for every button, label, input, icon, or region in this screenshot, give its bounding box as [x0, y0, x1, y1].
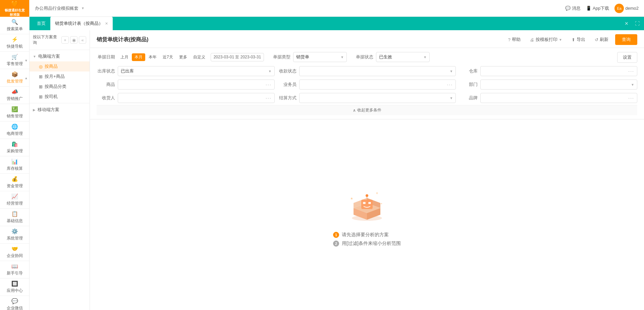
- settlement-select[interactable]: ▼: [299, 93, 456, 103]
- add-scheme-button[interactable]: +: [61, 36, 69, 44]
- chevron-up-icon: ▲: [24, 76, 28, 80]
- empty-tip-1: 1 请先选择要分析的方案: [333, 232, 401, 238]
- sidebar-item-label: 电商管理: [7, 131, 23, 137]
- search-icon: 🔍: [11, 19, 18, 25]
- left-panel-item-by-product[interactable]: ◎ 按商品: [30, 61, 90, 71]
- sidebar-item-shortcuts[interactable]: ⚡ 快捷导航: [0, 34, 29, 52]
- sidebar-item-retail[interactable]: 🛒 零售管理 ▼: [0, 52, 29, 69]
- by-category-icon: ⊞: [39, 84, 43, 89]
- action-buttons: 设置: [617, 52, 637, 63]
- wholesale-icon: 📦: [11, 71, 18, 78]
- sidebar-item-enterprise[interactable]: 🤝 企业协同: [0, 244, 29, 261]
- left-panel-item-by-cashier[interactable]: ⊞ 按司机: [30, 92, 90, 102]
- goods-dots: ···: [266, 82, 272, 87]
- sidebar-item-apps[interactable]: 🔲 应用中心: [0, 278, 29, 296]
- date-tab-more[interactable]: 更多: [176, 53, 190, 61]
- export-button[interactable]: ⬆ 导出: [569, 35, 588, 44]
- sidebar-item-operation[interactable]: 📈 经营管理: [0, 191, 29, 209]
- filter-row-2: 出库状态 已出库 ▼ 收款状态 ▼ 仓库: [97, 66, 637, 76]
- svg-rect-2: [363, 202, 366, 204]
- date-tab-this-month[interactable]: 本月: [132, 53, 145, 61]
- collect-status-arrow: ▼: [449, 69, 453, 73]
- by-category-label: 按商品分类: [45, 84, 66, 90]
- message-button[interactable]: 💬 消息: [565, 5, 581, 11]
- date-tab-last7days[interactable]: 近7天: [160, 53, 176, 61]
- sidebar-item-ecommerce[interactable]: 🌐 电商管理: [0, 121, 29, 139]
- date-tab-this-year[interactable]: 本年: [146, 53, 159, 61]
- doc-status-value: 已生效: [379, 54, 392, 60]
- doc-type-select[interactable]: 销货单 ▼: [293, 52, 347, 62]
- collect-status-select[interactable]: ▼: [299, 66, 456, 76]
- sidebar-item-sales[interactable]: 💹 销售管理: [0, 104, 29, 121]
- doc-status-filter: 单据状态 已生效 ▼: [355, 52, 430, 62]
- doc-type-filter: 单据类型 销货单 ▼: [272, 52, 347, 62]
- dept-select[interactable]: ▼: [480, 80, 637, 90]
- tab-close-icon[interactable]: ✕: [105, 21, 108, 26]
- left-panel-item-by-category[interactable]: ⊞ 按商品分类: [30, 82, 90, 92]
- sidebar-item-basic[interactable]: 📋 基础信息: [0, 209, 29, 226]
- out-status-select[interactable]: 已出库 ▼: [118, 66, 275, 76]
- tabbar-right: ✕ ⛶: [623, 19, 644, 28]
- sidebar-item-newbie[interactable]: 📖 新手引导: [0, 261, 29, 278]
- help-label: 帮助: [512, 37, 521, 43]
- sidebar-item-system[interactable]: ⚙️ 系统管理: [0, 226, 29, 244]
- wechat-icon: 💬: [11, 298, 18, 304]
- refresh-button[interactable]: ↺ 刷新: [592, 35, 611, 44]
- date-label: 单据日期: [97, 54, 115, 60]
- brand-filter: 品牌 ···: [459, 93, 637, 103]
- sidebar-item-search[interactable]: 🔍 搜索菜单: [0, 17, 29, 34]
- sidebar-item-inventory[interactable]: 📊 库存核算: [0, 156, 29, 174]
- salesperson-select[interactable]: ···: [299, 80, 456, 90]
- pc-section-header[interactable]: ▼ 电脑端方案: [30, 51, 90, 61]
- user-profile[interactable]: Ea demo2: [614, 4, 639, 13]
- tab-sales-report[interactable]: 销货单统计表（按商品） ✕: [50, 17, 113, 30]
- tab-home[interactable]: 首页: [32, 17, 50, 30]
- user-label: demo2: [625, 6, 639, 11]
- enterprise-icon: 🤝: [11, 246, 18, 252]
- warehouse-select[interactable]: ···: [480, 66, 637, 76]
- left-panel: 按以下方案查询 + ◉ « ▼ 电脑端方案 ◎ 按商品 ⊞ 按月+商品: [30, 30, 90, 310]
- dept-label: 部门: [459, 82, 478, 88]
- brand-select[interactable]: ···: [480, 93, 637, 103]
- sidebar-item-label: 库存核算: [7, 166, 23, 171]
- left-panel-item-by-month-product[interactable]: ⊞ 按月+商品: [30, 71, 90, 82]
- tab-close-window-button[interactable]: ✕: [623, 19, 631, 28]
- sidebar-item-label: 经营管理: [7, 201, 23, 206]
- newbie-icon: 📖: [11, 263, 18, 269]
- ecommerce-icon: 🌐: [11, 123, 18, 130]
- collapse-button[interactable]: ∧ 收起更多条件: [97, 105, 637, 115]
- date-tab-last-month[interactable]: 上月: [118, 53, 131, 61]
- sidebar-item-label: 销售管理: [7, 113, 23, 119]
- export-label: 导出: [577, 37, 585, 43]
- query-button[interactable]: 查询: [615, 34, 637, 45]
- refresh-scheme-button[interactable]: ◉: [70, 36, 77, 44]
- mobile-section-header[interactable]: ▶ 移动端方案: [30, 105, 90, 115]
- date-tab-custom[interactable]: 自定义: [191, 53, 208, 61]
- sidebar-item-finance[interactable]: 💰 资金管理: [0, 174, 29, 191]
- sidebar-item-purchase[interactable]: 🛍️ 采购管理: [0, 139, 29, 156]
- sidebar-item-label: 营销推广: [7, 96, 23, 102]
- sidebar-item-label: 零售管理: [7, 61, 23, 67]
- help-button[interactable]: ? 帮助: [505, 35, 523, 44]
- page-title: 销货单统计表(按商品): [97, 36, 149, 43]
- doc-status-select[interactable]: 已生效 ▼: [376, 52, 430, 62]
- collect-status-label: 收款状态: [278, 68, 297, 74]
- tab-fullscreen-button[interactable]: ⛶: [633, 19, 641, 28]
- goods-select[interactable]: ···: [118, 80, 275, 90]
- date-range-display[interactable]: 2023-03-01 至 2023-03-31: [211, 53, 264, 61]
- receiver-select[interactable]: ···: [118, 93, 275, 103]
- sidebar-item-marketing[interactable]: 📣 营销推广: [0, 87, 29, 104]
- sidebar-item-wechat[interactable]: 💬 企业微信: [0, 296, 29, 310]
- date-tabs: 上月 本月 本年 近7天 更多 自定义: [118, 53, 208, 61]
- app-download-button[interactable]: 📱 App下载: [586, 5, 609, 11]
- salesperson-label: 业务员: [278, 82, 297, 88]
- sidebar-item-label: 企业协同: [7, 253, 23, 259]
- mobile-section-label: 移动端方案: [38, 107, 59, 113]
- print-button[interactable]: 🖨 按模板打印 ▼: [527, 35, 565, 44]
- sidebar-item-label: 基础信息: [7, 218, 23, 224]
- sidebar-item-wholesale[interactable]: 📦 批发管理 ▲: [0, 69, 29, 87]
- out-status-arrow: ▼: [268, 69, 272, 73]
- collapse-panel-button[interactable]: «: [79, 36, 86, 44]
- goods-label: 商品: [97, 82, 115, 88]
- settings-button[interactable]: 设置: [617, 52, 637, 63]
